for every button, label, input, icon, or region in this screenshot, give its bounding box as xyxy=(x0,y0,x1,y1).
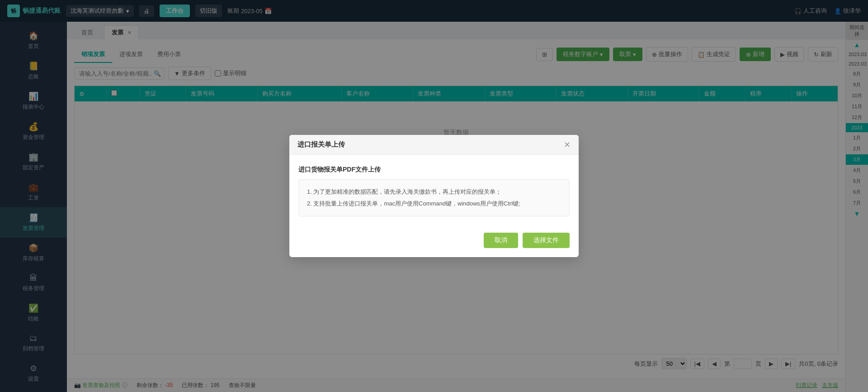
modal-body: 进口货物报关单PDF文件上传 1. 为了更加精准的数据匹配，请先录入海关缴款书，… xyxy=(289,155,579,227)
modal-box: 进口报关单上传 ✕ 进口货物报关单PDF文件上传 1. 为了更加精准的数据匹配，… xyxy=(289,135,579,257)
modal-title: 进口报关单上传 xyxy=(297,140,345,149)
modal-info-item-2: 2. 支持批量上传进口报关单，mac用户使用Command键，windows用户… xyxy=(307,198,561,210)
modal-info-box: 1. 为了更加精准的数据匹配，请先录入海关缴款书，再上传对应的报关单； 2. 支… xyxy=(298,179,570,216)
modal-overlay: 进口报关单上传 ✕ 进口货物报关单PDF文件上传 1. 为了更加精准的数据匹配，… xyxy=(0,0,868,392)
modal-header: 进口报关单上传 ✕ xyxy=(289,135,579,155)
modal-cancel-button[interactable]: 取消 xyxy=(484,233,518,248)
modal-footer: 取消 选择文件 xyxy=(289,227,579,257)
modal-section-title: 进口货物报关单PDF文件上传 xyxy=(298,166,570,174)
modal-info-item-1: 1. 为了更加精准的数据匹配，请先录入海关缴款书，再上传对应的报关单； xyxy=(307,186,561,198)
modal-close-button[interactable]: ✕ xyxy=(564,141,571,149)
modal-confirm-button[interactable]: 选择文件 xyxy=(523,233,570,248)
